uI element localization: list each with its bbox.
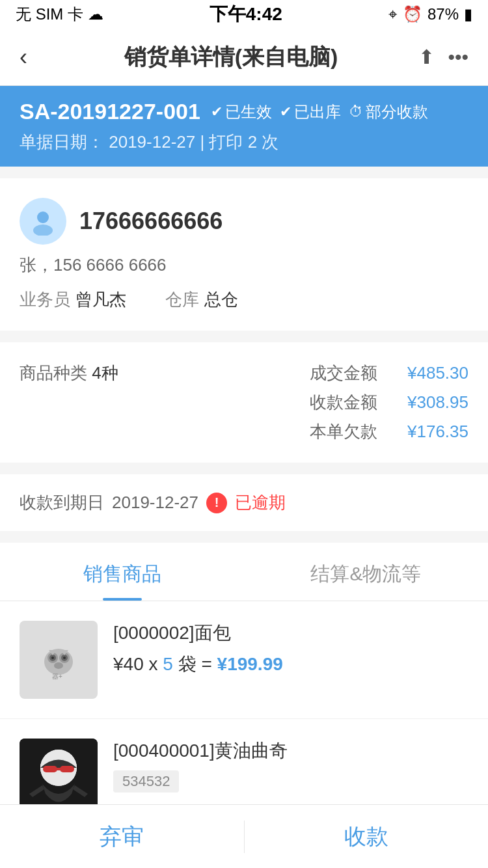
back-button[interactable]: ‹ xyxy=(20,44,59,71)
svg-rect-14 xyxy=(43,766,57,772)
salesperson-value: 曾凡杰 xyxy=(75,288,126,311)
overdue-icon: ! xyxy=(206,493,227,513)
battery-icon: ▮ xyxy=(464,5,472,23)
banner-top: SA-20191227-001 ✔ 已生效 ✔ 已出库 ⏱ 部分收款 xyxy=(20,99,468,124)
due-date-value: 2019-12-27 xyxy=(112,493,198,513)
warehouse-value: 总仓 xyxy=(204,288,238,311)
product-thumb-1: 器+ xyxy=(20,621,98,699)
deal-amount-label: 成交金额 xyxy=(310,362,377,385)
svg-point-1 xyxy=(33,224,53,236)
debt-label: 本单欠款 xyxy=(310,420,377,443)
sim-status: 无 SIM 卡 ☁ xyxy=(16,4,103,25)
overdue-text: 已逾期 xyxy=(235,491,286,514)
nav-bar: ‹ 销货单详情(来自电脑) ⬆ ••• xyxy=(0,29,488,86)
debt-value: ¥176.35 xyxy=(390,422,468,442)
location-icon: ⌖ xyxy=(388,5,398,23)
alarm-icon: ⏰ xyxy=(403,5,422,23)
svg-rect-16 xyxy=(56,768,61,770)
status-tags: ✔ 已生效 ✔ 已出库 ⏱ 部分收款 xyxy=(211,102,428,122)
received-row: 收款金额 ¥308.95 xyxy=(310,391,468,414)
cancel-review-button[interactable]: 弃审 xyxy=(0,805,244,868)
product-sku-2: 534532 xyxy=(113,770,179,793)
bottom-bar: 弃审 收款 xyxy=(0,804,488,868)
banner-bottom: 单据日期： 2019-12-27 | 打印 2 次 xyxy=(20,131,468,154)
collect-payment-button[interactable]: 收款 xyxy=(245,805,489,868)
order-id: SA-20191227-001 xyxy=(20,99,200,124)
product-item: 器+ [0000002]面包 ¥40 x 5 袋 = ¥199.99 xyxy=(0,601,488,719)
clock-icon: ⏱ xyxy=(349,103,363,120)
status-time: 下午4:42 xyxy=(210,2,282,27)
warehouse-label: 仓库 xyxy=(165,288,199,311)
debt-row: 本单欠款 ¥176.35 xyxy=(310,420,468,443)
tabs-section: 销售商品 结算&物流等 xyxy=(0,543,488,601)
share-button[interactable]: ⬆ xyxy=(418,46,435,68)
status-tag-shipped: ✔ 已出库 xyxy=(280,102,341,122)
stats-left: 商品种类 4种 xyxy=(20,362,118,385)
product-name-1: [0000002]面包 xyxy=(113,621,468,645)
svg-point-9 xyxy=(54,662,63,669)
stats-section: 商品种类 4种 成交金额 ¥485.30 收款金额 ¥308.95 本单欠款 ¥… xyxy=(0,342,488,463)
tabs-header: 销售商品 结算&物流等 xyxy=(0,543,488,601)
avatar xyxy=(20,198,66,245)
product-info-1: [0000002]面包 ¥40 x 5 袋 = ¥199.99 xyxy=(113,621,468,677)
status-tag-effected: ✔ 已生效 xyxy=(211,102,272,122)
customer-meta: 业务员 曾凡杰 仓库 总仓 xyxy=(20,288,468,311)
salesperson-label: 业务员 xyxy=(20,288,70,311)
customer-phone: 17666666666 xyxy=(79,208,223,235)
order-banner: SA-20191227-001 ✔ 已生效 ✔ 已出库 ⏱ 部分收款 单据日期：… xyxy=(0,86,488,167)
status-bar: 无 SIM 卡 ☁ 下午4:42 ⌖ ⏰ 87% ▮ xyxy=(0,0,488,29)
status-right: ⌖ ⏰ 87% ▮ xyxy=(388,5,472,23)
status-left: 无 SIM 卡 ☁ xyxy=(16,4,103,25)
svg-rect-15 xyxy=(60,766,74,772)
due-date-label: 收款到期日 xyxy=(20,491,104,514)
customer-section: 17666666666 张，156 6666 6666 业务员 曾凡杰 仓库 总… xyxy=(0,178,488,331)
svg-point-8 xyxy=(63,657,66,659)
svg-text:器+: 器+ xyxy=(52,673,62,680)
product-name-2: [000400001]黄油曲奇 xyxy=(113,739,468,763)
check-icon-2: ✔ xyxy=(280,103,291,120)
page-title: 销货单详情(来自电脑) xyxy=(59,42,403,72)
customer-name-phone: 张，156 6666 6666 xyxy=(20,254,468,277)
salesperson-item: 业务员 曾凡杰 xyxy=(20,288,126,311)
due-section: 收款到期日 2019-12-27 ! 已逾期 xyxy=(0,474,488,531)
svg-point-2 xyxy=(44,649,73,675)
deal-amount-row: 成交金额 ¥485.30 xyxy=(310,362,468,385)
battery-text: 87% xyxy=(427,5,459,23)
tab-sales-products[interactable]: 销售商品 xyxy=(0,543,244,601)
nav-actions: ⬆ ••• xyxy=(403,46,468,68)
product-price-1: ¥40 x 5 袋 = ¥199.99 xyxy=(113,652,468,677)
svg-point-7 xyxy=(51,657,54,659)
svg-point-0 xyxy=(37,211,49,223)
more-button[interactable]: ••• xyxy=(448,46,468,68)
tab-settlement[interactable]: 结算&物流等 xyxy=(244,543,488,601)
deal-amount-value: ¥485.30 xyxy=(390,363,468,383)
status-tag-partial: ⏱ 部分收款 xyxy=(349,102,428,122)
warehouse-item: 仓库 总仓 xyxy=(165,288,238,311)
received-value: ¥308.95 xyxy=(390,392,468,413)
product-type-item: 商品种类 4种 xyxy=(20,362,118,385)
check-icon-1: ✔ xyxy=(211,103,223,120)
stats-right: 成交金额 ¥485.30 收款金额 ¥308.95 本单欠款 ¥176.35 xyxy=(310,362,468,443)
customer-top: 17666666666 xyxy=(20,198,468,245)
received-label: 收款金额 xyxy=(310,391,377,414)
